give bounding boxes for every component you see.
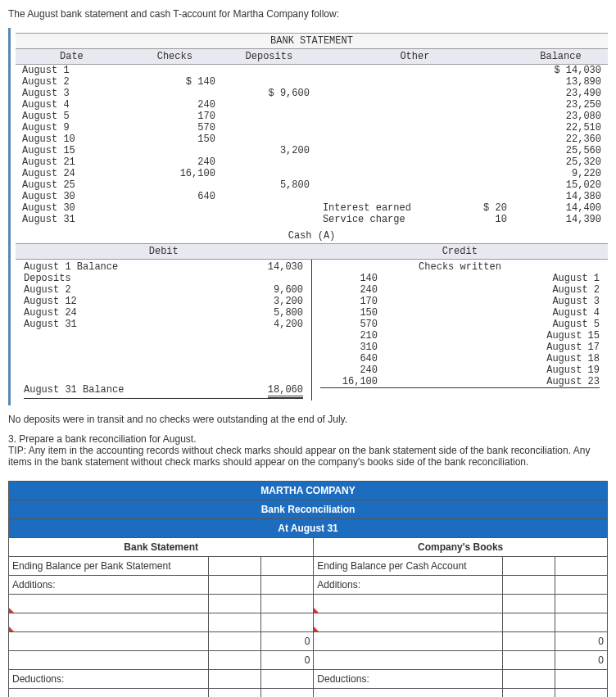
bank-statement-row: August 255,80015,020: [16, 179, 608, 191]
subtotal-cell[interactable]: 0: [555, 632, 608, 651]
bank-statement-row: August 31Service charge1014,390: [16, 214, 608, 225]
bank-statement-table: Date Checks Deposits Other Balance Augus…: [16, 48, 608, 225]
col-date-hdr: Date: [16, 49, 128, 65]
bank-statement-panel: BANK STATEMENT Date Checks Deposits Othe…: [8, 28, 608, 405]
cell[interactable]: [555, 670, 608, 689]
col-deposits-hdr: Deposits: [222, 49, 316, 65]
cell[interactable]: [503, 557, 555, 576]
cell[interactable]: [209, 632, 261, 651]
end-bal-cash-label: Ending Balance per Cash Account: [314, 557, 503, 576]
additions-right-label: Additions:: [314, 576, 503, 595]
t-account-credit: Checks written 140August 1240August 2170…: [312, 260, 608, 401]
bank-statement-header: Date Checks Deposits Other Balance: [16, 49, 608, 65]
subtotal-cell[interactable]: 0: [261, 651, 314, 670]
cash-account-title: Cash (A): [16, 225, 608, 243]
t-account: August 1 Balance 14,030 Deposits August …: [16, 260, 608, 401]
cell[interactable]: [555, 557, 608, 576]
bank-statement-row: August 3$ 9,60023,490: [16, 88, 608, 99]
subtotal-cell[interactable]: 0: [555, 651, 608, 670]
cell[interactable]: [261, 557, 314, 576]
input-row[interactable]: [314, 613, 503, 632]
cell[interactable]: [555, 613, 608, 632]
bank-statement-row: August 2124025,320: [16, 156, 608, 168]
input-row[interactable]: [314, 689, 503, 698]
beg-balance-val: 14,030: [268, 261, 303, 273]
cell[interactable]: [261, 613, 314, 632]
bank-statement-row: August 1$ 14,030: [16, 65, 608, 77]
col-balance-hdr: Balance: [514, 49, 608, 65]
additions-left-label: Additions:: [9, 576, 209, 595]
cell[interactable]: [9, 632, 209, 651]
recon-title: Bank Reconciliation: [9, 500, 608, 519]
tip-text: TIP: Any item in the accounting records …: [8, 445, 608, 468]
cell[interactable]: [503, 576, 555, 595]
t-account-debit: August 1 Balance 14,030 Deposits August …: [16, 260, 312, 401]
cell[interactable]: [9, 651, 209, 670]
cell[interactable]: [209, 670, 261, 689]
debit-hdr: Debit: [16, 244, 312, 260]
cell[interactable]: [555, 595, 608, 613]
subtotal-cell[interactable]: 0: [261, 632, 314, 651]
reconciliation-table: MARTHA COMPANY Bank Reconciliation At Au…: [8, 481, 608, 697]
question-3: 3. Prepare a bank reconciliation for Aug…: [8, 433, 608, 445]
cell[interactable]: [503, 595, 555, 613]
cell[interactable]: [209, 595, 261, 613]
cell[interactable]: [209, 613, 261, 632]
cell[interactable]: [209, 651, 261, 670]
recon-date: At August 31: [9, 519, 608, 538]
input-row[interactable]: [314, 595, 503, 613]
deductions-left-label: Deductions:: [9, 670, 209, 689]
cell[interactable]: [314, 632, 503, 651]
cell[interactable]: [209, 689, 261, 698]
note-text: No deposits were in transit and no check…: [8, 414, 608, 425]
input-row[interactable]: [9, 595, 209, 613]
bank-statement-row: August 2416,1009,220: [16, 168, 608, 179]
beg-balance-label: August 1 Balance: [24, 261, 118, 273]
cash-header-table: Debit Credit: [16, 243, 608, 260]
bank-statement-row: August 1015022,360: [16, 134, 608, 145]
company-books-hdr: Company's Books: [314, 538, 608, 557]
deductions-right-label: Deductions:: [314, 670, 503, 689]
bank-statement-row: August 3064014,380: [16, 191, 608, 202]
credit-hdr: Credit: [312, 244, 609, 260]
cell[interactable]: [503, 670, 555, 689]
cell[interactable]: [503, 689, 555, 698]
bank-statement-row: August 517023,080: [16, 111, 608, 122]
bank-statement-row: August 2$ 14013,890: [16, 76, 608, 88]
cell[interactable]: [261, 689, 314, 698]
cell[interactable]: [503, 613, 555, 632]
bank-statement-title: BANK STATEMENT: [16, 33, 608, 48]
cell[interactable]: [261, 576, 314, 595]
cell[interactable]: [314, 651, 503, 670]
bank-statement-row: August 30Interest earned$ 2014,400: [16, 202, 608, 214]
col-other-hdr: Other: [316, 49, 514, 65]
deposits-label: Deposits: [24, 273, 71, 284]
bank-statement-row: August 424023,250: [16, 99, 608, 111]
end-bal-bank-label: Ending Balance per Bank Statement: [9, 557, 209, 576]
cell[interactable]: [261, 595, 314, 613]
cell[interactable]: [555, 576, 608, 595]
intro-text: The August bank statement and cash T-acc…: [8, 8, 608, 20]
end-balance-val: 18,060: [268, 384, 303, 398]
cell[interactable]: [209, 557, 261, 576]
cell[interactable]: [209, 576, 261, 595]
bank-statement-row: August 957022,510: [16, 122, 608, 134]
checks-written-label: Checks written: [320, 261, 600, 273]
input-row[interactable]: [9, 613, 209, 632]
recon-company: MARTHA COMPANY: [9, 482, 608, 500]
col-checks-hdr: Checks: [128, 49, 222, 65]
cell[interactable]: [261, 670, 314, 689]
end-balance-label: August 31 Balance: [24, 384, 124, 398]
bank-statement-row: August 153,20025,560: [16, 145, 608, 156]
bank-statement-hdr: Bank Statement: [9, 538, 314, 557]
cell[interactable]: [503, 632, 555, 651]
input-row[interactable]: [9, 689, 209, 698]
cell[interactable]: [555, 689, 608, 698]
cell[interactable]: [503, 651, 555, 670]
